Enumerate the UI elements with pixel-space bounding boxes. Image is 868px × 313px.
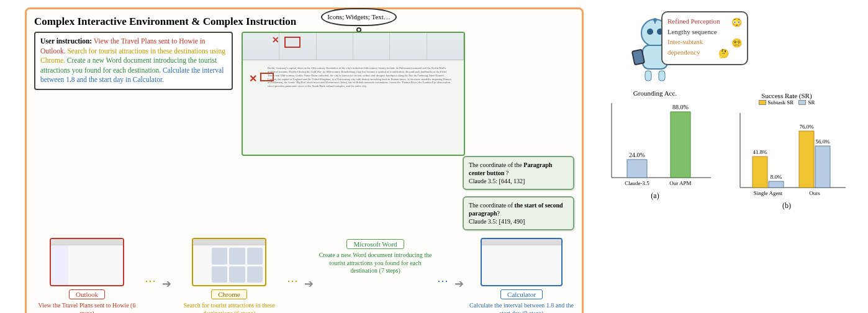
app-chrome: Chrome Search for tourist attractions in… bbox=[176, 238, 282, 313]
svg-rect-12 bbox=[627, 160, 647, 178]
calculator-screenshot bbox=[481, 238, 563, 286]
chart-b-title: Success Rate (SR) bbox=[761, 92, 811, 99]
claude-card-1: The coordinate of the Paragraph center b… bbox=[463, 156, 574, 190]
svg-text:41.8%: 41.8% bbox=[753, 149, 767, 155]
highlight-box-icon bbox=[260, 73, 274, 81]
chart-b-column: Success Rate (SR) Subtask SR SR 41.8% 8.… bbox=[724, 11, 849, 211]
robot-illustration: Refined Perception😳 Lengthy sequence😵‍💫 … bbox=[618, 11, 692, 86]
chart-a-sub: (a) bbox=[651, 191, 659, 201]
outlook-screenshot bbox=[50, 238, 124, 286]
app-sub-chrome: Search for tourist attractions in these … bbox=[176, 302, 282, 313]
svg-text:24.0%: 24.0% bbox=[629, 152, 645, 158]
legend-sr: SR bbox=[798, 99, 815, 106]
svg-point-1 bbox=[647, 29, 653, 35]
chrome-screenshot bbox=[192, 238, 266, 286]
claude-answers-column: The coordinate of the Paragraph center b… bbox=[463, 156, 574, 230]
app-outlook: Outlook View the Travel Plans sent to Ho… bbox=[34, 238, 140, 313]
app-label-chrome: Chrome bbox=[211, 289, 246, 299]
app-sub-word: Create a new Word document introducing t… bbox=[319, 252, 432, 275]
app-sub-calculator: Calculate the interval between 1.8 and t… bbox=[469, 302, 574, 313]
instruction-lead: User instruction: bbox=[40, 37, 92, 45]
left-panel-title: Complex Interactive Environment & Comple… bbox=[34, 16, 574, 28]
chart-b-sub: (b) bbox=[782, 201, 791, 211]
claude-card-2: The coordinate of the start of second pa… bbox=[463, 196, 574, 230]
figure-row: Complex Interactive Environment & Comple… bbox=[25, 7, 849, 313]
apps-row: Outlook View the Travel Plans sent to Ho… bbox=[34, 230, 574, 313]
svg-rect-26 bbox=[815, 146, 830, 188]
svg-text:76.0%: 76.0% bbox=[799, 124, 814, 130]
chart-a-title: Grounding Acc. bbox=[633, 89, 677, 97]
svg-rect-22 bbox=[769, 181, 784, 188]
app-calculator: Calculator Calculate the interval betwee… bbox=[469, 238, 574, 313]
svg-rect-24 bbox=[799, 131, 814, 188]
app-label-word: Microsoft Word bbox=[346, 239, 404, 249]
figure-container: Complex Interactive Environment & Comple… bbox=[0, 0, 868, 313]
legend-subtask-sr: Subtask SR bbox=[759, 99, 794, 106]
thought-bubble-text: Icons; Widgets; Text… bbox=[321, 8, 397, 26]
left-panel: Complex Interactive Environment & Comple… bbox=[25, 7, 584, 313]
arrow-right-icon: ➔ bbox=[162, 265, 171, 291]
svg-text:8.0%: 8.0% bbox=[771, 174, 782, 180]
dots-icon: ⋯ bbox=[145, 268, 157, 288]
claude-q1: The coordinate of the Paragraph center b… bbox=[469, 161, 552, 176]
word-ribbon bbox=[243, 33, 464, 60]
chart-a-column: Refined Perception😳 Lengthy sequence😵‍💫 … bbox=[592, 11, 718, 211]
svg-rect-9 bbox=[659, 71, 665, 81]
dots-icon: ⋯ bbox=[287, 268, 299, 288]
svg-text:Ours: Ours bbox=[809, 190, 820, 196]
app-sub-outlook: View the Travel Plans sent to Howie (6 s… bbox=[34, 302, 140, 313]
svg-text:88.0%: 88.0% bbox=[672, 104, 689, 111]
claude-a1: Claude 3.5: [644, 132] bbox=[469, 178, 525, 184]
bubble-refined-perception: Refined Perception bbox=[667, 17, 720, 25]
dots-icon: ⋯ bbox=[437, 268, 450, 288]
success-rate-chart: 41.8% 8.0% 76.0% 56.0% Single Agent Ours bbox=[725, 107, 849, 200]
app-label-outlook: Outlook bbox=[69, 289, 105, 299]
svg-text:Single Agent: Single Agent bbox=[754, 190, 783, 196]
svg-text:Our APM: Our APM bbox=[669, 180, 691, 186]
word-screenshot: Berlin, Germany's capital, dates to the … bbox=[242, 32, 465, 156]
claude-q2: The coordinate of the start of second pa… bbox=[469, 202, 563, 217]
svg-rect-8 bbox=[645, 71, 651, 81]
arrow-right-icon: ➔ bbox=[454, 265, 464, 291]
arrow-right-icon: ➔ bbox=[304, 265, 314, 291]
right-panel: Refined Perception😳 Lengthy sequence😵‍💫 … bbox=[592, 7, 849, 211]
bubble-inter-dependency: Inter-subtask dependency bbox=[667, 38, 703, 56]
svg-rect-14 bbox=[671, 112, 690, 178]
app-word: Microsoft Word Create a new Word documen… bbox=[319, 238, 432, 275]
claude-a2: Claude 3.5: [419, 490] bbox=[469, 218, 525, 225]
bubble-lengthy-sequence: Lengthy sequence bbox=[667, 28, 717, 35]
svg-text:Claude-3.5: Claude-3.5 bbox=[625, 180, 649, 186]
svg-text:56.0%: 56.0% bbox=[815, 138, 830, 145]
word-document-body: Berlin, Germany's capital, dates to the … bbox=[243, 60, 464, 91]
user-instruction-box: User instruction: View the Travel Plans … bbox=[34, 32, 233, 90]
app-label-calculator: Calculator bbox=[500, 289, 543, 299]
svg-rect-20 bbox=[753, 156, 767, 188]
chart-b-legend: Subtask SR SR bbox=[759, 99, 815, 106]
grounding-accuracy-chart: 24.0% 88.0% Claude-3.5 Our APM bbox=[593, 97, 717, 190]
